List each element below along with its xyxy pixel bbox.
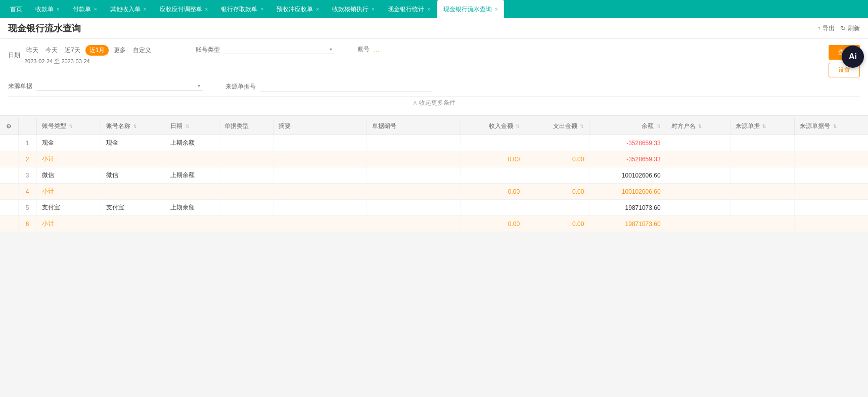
- cell-income: 0.00: [461, 216, 525, 232]
- table-row: 1 现金 现金 上期余额 -3528659.33: [0, 135, 868, 151]
- col-source-doc[interactable]: 来源单据 ⇅: [730, 118, 794, 135]
- col-source-doc-no[interactable]: 来源单据号 ⇅: [795, 118, 868, 135]
- nav-home[interactable]: 首页: [4, 3, 28, 16]
- col-acct-type[interactable]: 账号类型 ⇅: [36, 118, 101, 135]
- cell-expense: 0.00: [525, 151, 589, 167]
- source-doc-no-input[interactable]: [260, 81, 432, 92]
- cell-doc-type: [219, 135, 273, 151]
- nav-tab-7[interactable]: 现金银行统计 ×: [382, 0, 436, 18]
- nav-tab-0[interactable]: 收款单 ×: [29, 0, 66, 18]
- nav-tab-6[interactable]: 收款核销执行 ×: [326, 0, 381, 18]
- cell-income: 0.00: [461, 184, 525, 200]
- cell-date: 上期余额: [165, 135, 219, 151]
- cell-summary: [273, 151, 367, 167]
- date-yesterday[interactable]: 昨天: [24, 45, 40, 56]
- cell-summary: [273, 200, 367, 216]
- sort-source-doc-icon: ⇅: [762, 124, 766, 129]
- sort-expense-icon: ⇅: [580, 124, 584, 129]
- source-doc-select[interactable]: ▾: [36, 81, 203, 91]
- nav-tab-4[interactable]: 银行存取款单 ×: [215, 0, 269, 18]
- cell-index: 3: [18, 167, 36, 184]
- table-row: 2 小计 0.00 0.00 -3528659.33: [0, 151, 868, 167]
- nav-tab-1[interactable]: 付款单 ×: [67, 0, 103, 18]
- cell-expense: [525, 167, 589, 184]
- date-range-display: 2023-02-24 至 2023-03-24: [24, 58, 153, 65]
- date-7days[interactable]: 近7天: [63, 45, 82, 56]
- close-tab-5-icon[interactable]: ×: [316, 7, 319, 12]
- close-tab-4-icon[interactable]: ×: [260, 7, 263, 12]
- cell-income: [461, 135, 525, 151]
- page-title: 现金银行流水查询: [8, 22, 81, 34]
- close-tab-7-icon[interactable]: ×: [427, 7, 430, 12]
- cell-gear: [0, 167, 18, 184]
- cell-income: 0.00: [461, 151, 525, 167]
- table-row: 5 支付宝 支付宝 上期余额 19871073.60: [0, 200, 868, 216]
- date-1month[interactable]: 近1月: [85, 45, 109, 56]
- cell-index: 1: [18, 135, 36, 151]
- cell-acct-type: 现金: [36, 135, 101, 151]
- close-tab-8-icon[interactable]: ×: [495, 7, 498, 12]
- nav-tab-2[interactable]: 其他收入单 ×: [104, 0, 153, 18]
- col-index: [18, 118, 36, 135]
- nav-tab-8[interactable]: 现金银行流水查询 ×: [437, 0, 504, 18]
- nav-tab-3[interactable]: 应收应付调整单 ×: [154, 0, 214, 18]
- close-tab-2-icon[interactable]: ×: [144, 7, 147, 12]
- cell-source-doc: [730, 135, 794, 151]
- col-acct-name[interactable]: 账号名称 ⇅: [101, 118, 165, 135]
- col-doc-type: 单据类型: [219, 118, 273, 135]
- export-button[interactable]: ↑ 导出: [817, 24, 835, 33]
- cell-doc-type: [219, 216, 273, 232]
- date-more[interactable]: 更多: [112, 45, 128, 56]
- account-filter: 账号 ...: [357, 45, 384, 54]
- refresh-button[interactable]: ↻ 刷新: [841, 24, 860, 33]
- cell-counterpart: [666, 167, 730, 184]
- source-doc-label: 来源单据: [8, 82, 32, 91]
- source-doc-chevron-icon: ▾: [198, 83, 200, 89]
- cell-acct-name: 支付宝: [101, 200, 165, 216]
- cell-doc-type: [219, 151, 273, 167]
- collapse-bar[interactable]: ∧ 收起更多条件: [8, 96, 860, 109]
- cell-index: 6: [18, 216, 36, 232]
- cell-summary: [273, 135, 367, 151]
- table-container: ⚙ 账号类型 ⇅ 账号名称 ⇅ 日期 ⇅ 单据类型 摘要: [0, 118, 868, 232]
- cell-doc-no: [367, 216, 461, 232]
- cell-index: 4: [18, 184, 36, 200]
- cell-doc-no: [367, 184, 461, 200]
- date-today[interactable]: 今天: [43, 45, 60, 56]
- cell-date: 上期余额: [165, 200, 219, 216]
- source-doc-filter: 来源单据 ▾: [8, 81, 203, 91]
- close-tab-3-icon[interactable]: ×: [205, 7, 208, 12]
- nav-tab-5[interactable]: 预收冲应收单 ×: [270, 0, 325, 18]
- col-gear[interactable]: ⚙: [0, 118, 18, 135]
- col-counterpart[interactable]: 对方户名 ⇅: [666, 118, 730, 135]
- export-icon: ↑: [817, 25, 820, 32]
- header-actions: ↑ 导出 ↻ 刷新: [817, 24, 860, 33]
- col-balance[interactable]: 余额 ⇅: [589, 118, 666, 135]
- cell-source-doc-no: [795, 135, 868, 151]
- cell-doc-no: [367, 200, 461, 216]
- account-ellipsis[interactable]: ...: [374, 46, 380, 54]
- col-expense[interactable]: 支出金额 ⇅: [525, 118, 589, 135]
- source-doc-no-label: 来源单据号: [225, 82, 256, 91]
- cell-counterpart: [666, 200, 730, 216]
- cell-gear: [0, 216, 18, 232]
- close-tab-0-icon[interactable]: ×: [57, 7, 60, 12]
- cell-balance: -3528659.33: [589, 135, 666, 151]
- cell-date: 上期余额: [165, 167, 219, 184]
- ai-badge[interactable]: Ai: [842, 46, 864, 68]
- cell-counterpart: [666, 135, 730, 151]
- cell-summary: [273, 167, 367, 184]
- close-tab-6-icon[interactable]: ×: [372, 7, 375, 12]
- close-tab-1-icon[interactable]: ×: [94, 7, 97, 12]
- account-type-label: 账号类型: [196, 46, 220, 54]
- cell-source-doc: [730, 167, 794, 184]
- table-row: 6 小计 0.00 0.00 19871073.60: [0, 216, 868, 232]
- col-income[interactable]: 收入金额 ⇅: [461, 118, 525, 135]
- cell-counterpart: [666, 216, 730, 232]
- date-custom[interactable]: 自定义: [131, 45, 153, 56]
- cell-source-doc-no: [795, 167, 868, 184]
- account-type-select[interactable]: ▾: [224, 45, 335, 54]
- sort-acct-type-icon: ⇅: [69, 124, 73, 129]
- cell-date: [165, 184, 219, 200]
- col-date[interactable]: 日期 ⇅: [165, 118, 219, 135]
